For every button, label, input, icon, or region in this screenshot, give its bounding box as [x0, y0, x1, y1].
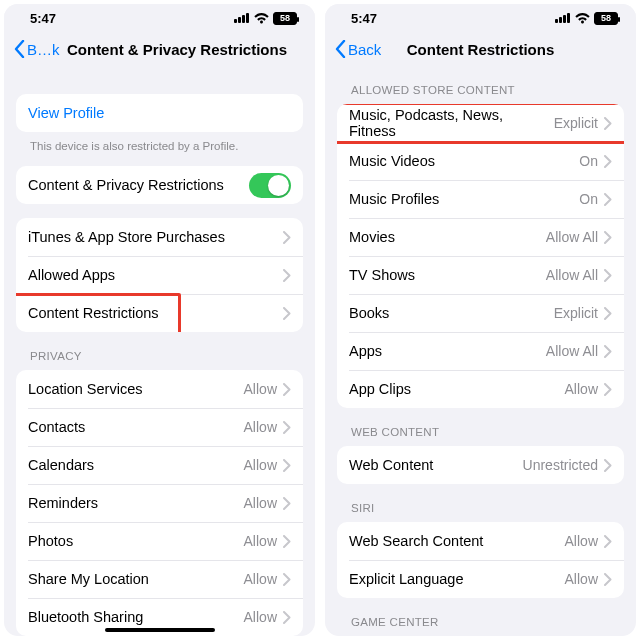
chevron-right-icon — [283, 421, 291, 434]
master-toggle[interactable] — [249, 173, 291, 198]
svg-rect-7 — [567, 13, 570, 23]
chevron-right-icon — [604, 573, 612, 586]
chevron-right-icon — [283, 269, 291, 282]
music-profiles-label: Music Profiles — [349, 191, 579, 207]
wifi-icon — [254, 13, 269, 24]
photos-label: Photos — [28, 533, 244, 549]
chevron-right-icon — [283, 535, 291, 548]
svg-rect-2 — [242, 15, 245, 23]
music-profiles-row[interactable]: Music Profiles On — [337, 180, 624, 218]
bluetooth-label: Bluetooth Sharing — [28, 609, 244, 625]
calendars-value: Allow — [244, 457, 277, 473]
location-row[interactable]: Location Services Allow — [16, 370, 303, 408]
master-toggle-group: Content & Privacy Restrictions — [16, 166, 303, 204]
web-content-header: WEB CONTENT — [351, 426, 620, 438]
bluetooth-value: Allow — [244, 609, 277, 625]
contacts-label: Contacts — [28, 419, 244, 435]
apps-label: Apps — [349, 343, 546, 359]
music-value: Explicit — [554, 115, 598, 131]
web-content-group: Web Content Unrestricted — [337, 446, 624, 484]
battery-icon: 58 — [273, 12, 297, 25]
tv-row[interactable]: TV Shows Allow All — [337, 256, 624, 294]
privacy-group: Location Services Allow Contacts Allow C… — [16, 370, 303, 636]
svg-rect-6 — [563, 15, 566, 23]
privacy-header: PRIVACY — [30, 350, 299, 362]
books-value: Explicit — [554, 305, 598, 321]
back-button[interactable]: Back — [335, 40, 381, 58]
share-location-label: Share My Location — [28, 571, 244, 587]
tv-value: Allow All — [546, 267, 598, 283]
back-button[interactable]: B…k — [14, 40, 60, 58]
profile-group: View Profile — [16, 94, 303, 132]
siri-explicit-value: Allow — [565, 571, 598, 587]
apps-value: Allow All — [546, 343, 598, 359]
status-bar: 5:47 58 — [4, 4, 315, 32]
calendars-row[interactable]: Calendars Allow — [16, 446, 303, 484]
contacts-row[interactable]: Contacts Allow — [16, 408, 303, 446]
app-clips-label: App Clips — [349, 381, 565, 397]
siri-search-label: Web Search Content — [349, 533, 565, 549]
svg-rect-3 — [246, 13, 249, 23]
app-clips-row[interactable]: App Clips Allow — [337, 370, 624, 408]
siri-header: SIRI — [351, 502, 620, 514]
photos-value: Allow — [244, 533, 277, 549]
web-content-row[interactable]: Web Content Unrestricted — [337, 446, 624, 484]
siri-search-row[interactable]: Web Search Content Allow — [337, 522, 624, 560]
chevron-right-icon — [604, 383, 612, 396]
movies-label: Movies — [349, 229, 546, 245]
phone-right: 5:47 58 Back Content Restrictions ALLOWE… — [325, 4, 636, 636]
master-toggle-row: Content & Privacy Restrictions — [16, 166, 303, 204]
siri-group: Web Search Content Allow Explicit Langua… — [337, 522, 624, 598]
reminders-row[interactable]: Reminders Allow — [16, 484, 303, 522]
music-videos-value: On — [579, 153, 598, 169]
nav-bar: B…k Content & Privacy Restrictions — [4, 32, 315, 66]
svg-rect-1 — [238, 17, 241, 23]
content-restrictions-row[interactable]: Content Restrictions — [16, 294, 303, 332]
location-value: Allow — [244, 381, 277, 397]
web-content-label: Web Content — [349, 457, 523, 473]
siri-explicit-row[interactable]: Explicit Language Allow — [337, 560, 624, 598]
chevron-right-icon — [283, 611, 291, 624]
location-label: Location Services — [28, 381, 244, 397]
music-videos-row[interactable]: Music Videos On — [337, 142, 624, 180]
music-label: Music, Podcasts, News, Fitness — [349, 107, 554, 139]
game-center-header: GAME CENTER — [351, 616, 620, 628]
phone-left: 5:47 58 B…k Content & Privacy Restrictio… — [4, 4, 315, 636]
home-indicator — [105, 628, 215, 632]
books-label: Books — [349, 305, 554, 321]
siri-search-value: Allow — [565, 533, 598, 549]
apps-row[interactable]: Apps Allow All — [337, 332, 624, 370]
chevron-right-icon — [283, 573, 291, 586]
battery-icon: 58 — [594, 12, 618, 25]
svg-rect-5 — [559, 17, 562, 23]
share-location-row[interactable]: Share My Location Allow — [16, 560, 303, 598]
profile-footnote: This device is also restricted by a Prof… — [30, 140, 299, 152]
view-profile-row[interactable]: View Profile — [16, 94, 303, 132]
status-time: 5:47 — [30, 11, 56, 26]
chevron-right-icon — [604, 345, 612, 358]
chevron-right-icon — [604, 117, 612, 130]
itunes-row[interactable]: iTunes & App Store Purchases — [16, 218, 303, 256]
reminders-label: Reminders — [28, 495, 244, 511]
movies-row[interactable]: Movies Allow All — [337, 218, 624, 256]
chevron-right-icon — [604, 155, 612, 168]
chevron-left-icon — [14, 40, 25, 58]
chevron-right-icon — [283, 459, 291, 472]
status-bar: 5:47 58 — [325, 4, 636, 32]
siri-explicit-label: Explicit Language — [349, 571, 565, 587]
photos-row[interactable]: Photos Allow — [16, 522, 303, 560]
store-group: iTunes & App Store Purchases Allowed App… — [16, 218, 303, 332]
back-label: B…k — [27, 41, 60, 58]
chevron-right-icon — [604, 193, 612, 206]
reminders-value: Allow — [244, 495, 277, 511]
chevron-left-icon — [335, 40, 346, 58]
books-row[interactable]: Books Explicit — [337, 294, 624, 332]
allowed-store-header: ALLOWED STORE CONTENT — [351, 84, 620, 96]
calendars-label: Calendars — [28, 457, 244, 473]
chevron-right-icon — [283, 307, 291, 320]
allowed-apps-row[interactable]: Allowed Apps — [16, 256, 303, 294]
chevron-right-icon — [283, 231, 291, 244]
music-row[interactable]: Music, Podcasts, News, Fitness Explicit — [337, 104, 624, 142]
chevron-right-icon — [604, 535, 612, 548]
svg-rect-4 — [555, 19, 558, 23]
